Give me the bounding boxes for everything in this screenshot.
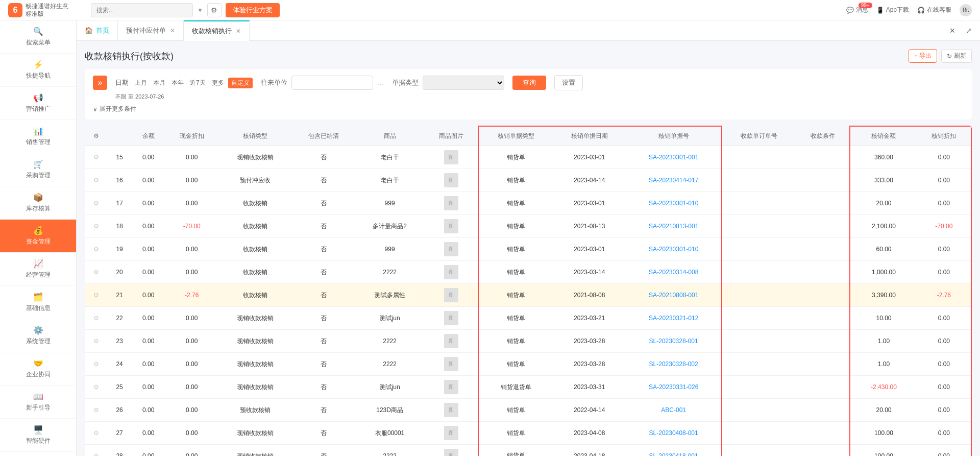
- query-button[interactable]: 查询: [512, 76, 546, 90]
- basicinfo-icon: 🗂️: [33, 292, 43, 302]
- doc-no-link[interactable]: SA-20230314-008: [649, 269, 698, 276]
- sidebar-item-collab[interactable]: 🤝 企业协同: [0, 352, 76, 386]
- table-row: ⚙ 22 0.00 0.00 现销收款核销 否 测试jun 图 销货单 2023…: [85, 307, 971, 330]
- guide-icon: 📖: [33, 392, 43, 401]
- page-title: 收款核销执行(按收款): [85, 50, 174, 62]
- doc-no-link[interactable]: SL-20230328-001: [649, 338, 698, 345]
- cell-receipt-order-no: [722, 169, 796, 192]
- row-gear-icon: ⚙: [93, 246, 99, 253]
- cell-verify-doc-type: 销货单: [478, 422, 552, 445]
- cell-receipt-order-no: [722, 261, 796, 284]
- sidebar-item-quicknav[interactable]: ⚡ 快捷导航: [0, 54, 76, 87]
- cell-goods-img: 图: [424, 353, 478, 376]
- date-last-month-button[interactable]: 上月: [133, 78, 149, 88]
- doc-no-link[interactable]: SA-20230301-010: [649, 246, 698, 253]
- app-download-button[interactable]: 📱 App下载: [876, 6, 909, 14]
- cell-verify-discount: 0.00: [917, 330, 971, 353]
- doc-no-link[interactable]: ABC-001: [661, 406, 686, 414]
- cell-verify-discount: 0.00: [917, 192, 971, 215]
- table-settings-icon[interactable]: ⚙: [93, 132, 99, 139]
- table-settings-button[interactable]: 设置: [554, 75, 583, 90]
- cell-receipt-order-no: [722, 284, 796, 307]
- tab-prepay[interactable]: 预付冲应付单 ✕: [118, 20, 184, 41]
- date-this-month-button[interactable]: 本月: [151, 78, 167, 88]
- sales-icon: 📊: [33, 126, 43, 136]
- cell-verify-amount: 100.00: [850, 422, 917, 445]
- cell-receipt-condition: [796, 169, 850, 192]
- cell-verify-discount: 0.00: [917, 238, 971, 261]
- logo-icon: 6: [8, 3, 22, 17]
- expand-more-button[interactable]: ∨ 展开更多条件: [93, 105, 964, 113]
- sidebar-item-search[interactable]: 🔍 搜索菜单: [0, 20, 76, 54]
- sidebar-item-management[interactable]: 📈 经营管理: [0, 253, 76, 286]
- filter-expand-button[interactable]: »: [93, 76, 107, 90]
- th-include-settled: 包含已结清: [292, 126, 355, 146]
- th-receipt-order-no: 收款单订单号: [722, 126, 796, 146]
- tab-bar-actions: ✕ ⤢: [945, 23, 980, 38]
- doc-no-link[interactable]: SA-20230301-001: [649, 154, 698, 161]
- doc-no-link[interactable]: SL-20230408-001: [649, 429, 698, 437]
- cell-include-settled: 否: [292, 169, 355, 192]
- cell-goods: 测试多属性: [355, 284, 424, 307]
- cell-include-settled: 否: [292, 261, 355, 284]
- tab-verify[interactable]: 收款核销执行 ✕: [184, 20, 250, 41]
- doc-no-link[interactable]: SA-20230321-012: [649, 315, 698, 322]
- sidebar-item-weixin[interactable]: 💬 企业微信: [0, 452, 76, 456]
- export-button[interactable]: ↑ 导出: [909, 49, 937, 63]
- table-row: ⚙ 26 0.00 0.00 预收款核销 否 123D商品 图 销货单 2022…: [85, 399, 971, 422]
- doc-type-select[interactable]: [423, 76, 504, 90]
- doc-no-link[interactable]: SA-20210813-001: [649, 223, 698, 230]
- tab-home[interactable]: 🏠 首页: [77, 20, 118, 41]
- cell-goods: 测试jun: [355, 307, 424, 330]
- sidebar-item-marketing[interactable]: 📢 营销推广: [0, 87, 76, 120]
- user-avatar[interactable]: Rit: [960, 4, 972, 16]
- cell-goods: 2222: [355, 353, 424, 376]
- settings-gear-button[interactable]: ⚙: [207, 3, 222, 17]
- cell-receipt-condition: [796, 261, 850, 284]
- date-this-year-button[interactable]: 本年: [169, 78, 186, 88]
- tab-prepay-close-icon[interactable]: ✕: [170, 27, 175, 34]
- sidebar-item-basicinfo[interactable]: 🗂️ 基础信息: [0, 286, 76, 319]
- cell-verify-type: 收款核销: [218, 215, 292, 238]
- doc-no-link[interactable]: SA-20210808-001: [649, 292, 698, 299]
- date-last7-button[interactable]: 近7天: [188, 78, 208, 88]
- refresh-button[interactable]: ↻ 刷新: [941, 49, 972, 63]
- doc-no-link[interactable]: SA-20230331-026: [649, 383, 698, 391]
- date-custom-button[interactable]: 自定义: [228, 78, 253, 88]
- sidebar-item-guide[interactable]: 📖 新手引导: [0, 386, 76, 419]
- cell-cash-discount: 0.00: [165, 376, 218, 399]
- cell-balance: 0.00: [132, 169, 165, 192]
- row-gear-icon: ⚙: [93, 315, 99, 322]
- industry-solution-button[interactable]: 体验行业方案: [226, 3, 280, 17]
- doc-no-link[interactable]: SL-20230328-002: [649, 361, 698, 368]
- date-more-button[interactable]: 更多: [210, 78, 226, 88]
- table-row: ⚙ 20 0.00 0.00 收款核销 否 2222 图 销货单 2023-03…: [85, 261, 971, 284]
- message-button[interactable]: 💬 消息 99+: [846, 6, 868, 14]
- sidebar-item-hardware[interactable]: 🖥️ 智能硬件: [0, 419, 76, 452]
- page-content: 收款核销执行(按收款) ↑ 导出 ↻ 刷新 » 日期: [77, 41, 980, 456]
- sidebar-item-sales[interactable]: 📊 销售管理: [0, 120, 76, 153]
- sidebar-item-system[interactable]: ⚙️ 系统管理: [0, 319, 76, 352]
- doc-no-link[interactable]: SA-20230301-010: [649, 200, 698, 207]
- sidebar-item-finance[interactable]: 💰 资金管理: [0, 220, 76, 253]
- cell-goods-img: 图: [424, 330, 478, 353]
- sidebar-item-purchase[interactable]: 🛒 采购管理: [0, 153, 76, 186]
- cell-balance: 0.00: [132, 261, 165, 284]
- sidebar-item-inventory[interactable]: 📦 库存核算: [0, 186, 76, 220]
- cell-receipt-condition: [796, 445, 850, 457]
- tab-verify-close-icon[interactable]: ✕: [236, 28, 241, 35]
- from-unit-input[interactable]: [291, 76, 373, 90]
- tab-maximize-button[interactable]: ⤢: [962, 23, 976, 38]
- online-service-button[interactable]: 🎧 在线客服: [917, 6, 951, 14]
- table-row: ⚙ 27 0.00 0.00 现销收款核销 否 衣服00001 图 销货单 20…: [85, 422, 971, 445]
- cell-gear: ⚙: [85, 169, 107, 192]
- cell-cash-discount: 0.00: [165, 146, 218, 169]
- doc-no-link[interactable]: SA-20230414-017: [649, 177, 698, 184]
- tab-close-window-button[interactable]: ✕: [945, 23, 960, 38]
- cell-receipt-condition: [796, 422, 850, 445]
- cell-verify-doc-no: SL-20230408-001: [626, 422, 722, 445]
- doc-no-link[interactable]: SL-20230418-001: [649, 452, 698, 456]
- cell-verify-type: 现销收款核销: [218, 353, 292, 376]
- top-search-input[interactable]: [91, 3, 193, 17]
- row-gear-icon: ⚙: [93, 200, 99, 207]
